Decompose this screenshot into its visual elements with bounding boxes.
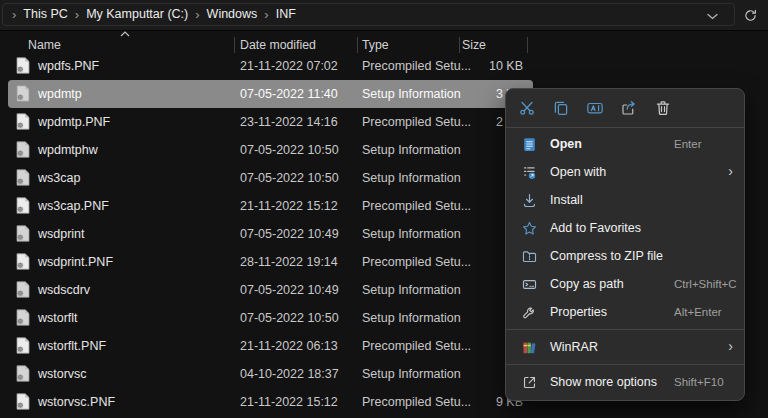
file-name: wstorvsc.PNF <box>38 388 115 416</box>
properties-wrench-icon <box>520 303 538 321</box>
file-size: 10 KB <box>489 52 523 80</box>
menu-item-label: Properties <box>550 298 607 326</box>
menu-item-install[interactable]: Install <box>506 186 744 214</box>
file-row[interactable]: wsdprint.PNF 28-11-2022 19:14 Precompile… <box>8 248 533 276</box>
winrar-books-icon <box>520 338 538 356</box>
file-row[interactable]: wsdprint 07-05-2022 10:49 Setup Informat… <box>8 220 533 248</box>
file-name: wstorflt.PNF <box>38 332 106 360</box>
menu-divider <box>506 329 744 330</box>
column-divider[interactable] <box>459 37 460 53</box>
copy-button[interactable] <box>544 93 578 123</box>
setup-file-icon <box>16 169 30 186</box>
breadcrumb-item[interactable]: INF <box>276 4 296 25</box>
column-divider[interactable] <box>234 37 235 53</box>
menu-item-label: Open with <box>550 158 606 186</box>
address-bar[interactable]: ›This PC›My Kamputtar (C:)›Windows›INF <box>2 3 735 26</box>
file-type: Setup Information <box>362 164 461 192</box>
menu-item-shortcut: Enter <box>674 130 702 158</box>
file-date-modified: 07-05-2022 10:50 <box>240 136 339 164</box>
menu-item-open-with[interactable]: Open with › <box>506 158 744 186</box>
menu-divider <box>506 364 744 365</box>
breadcrumb-item[interactable]: Windows <box>207 4 258 25</box>
breadcrumb-chevron-icon: › <box>195 4 199 25</box>
file-date-modified: 28-11-2022 19:14 <box>240 248 338 276</box>
column-header-date-modified[interactable]: Date modified <box>240 37 316 53</box>
column-header-type[interactable]: Type <box>362 37 389 53</box>
setup-file-icon <box>16 309 30 326</box>
file-name: ws3cap.PNF <box>38 192 109 220</box>
setup-file-icon <box>16 225 30 242</box>
menu-item-winrar[interactable]: WinRAR › <box>506 333 744 361</box>
menu-item-shortcut: Ctrl+Shift+C <box>674 270 737 298</box>
column-header-name[interactable]: Name <box>28 37 61 53</box>
context-menu: Open Enter Open with › Install <box>505 88 745 401</box>
menu-item-copy-as-path[interactable]: Copy as path Ctrl+Shift+C <box>506 270 744 298</box>
cut-button[interactable] <box>510 93 544 123</box>
file-name: wsdprint.PNF <box>38 248 113 276</box>
column-divider[interactable] <box>357 37 358 53</box>
file-row[interactable]: ws3cap 07-05-2022 10:50 Setup Informatio… <box>8 164 533 192</box>
setup-file-icon <box>16 113 30 130</box>
menu-item-add-to-favorites[interactable]: Add to Favorites <box>506 214 744 242</box>
file-name: wpdmtp <box>38 80 82 108</box>
file-type: Precompiled Setu... <box>362 108 471 136</box>
setup-file-icon <box>16 365 30 382</box>
file-name: ws3cap <box>38 164 80 192</box>
setup-file-icon <box>16 141 30 158</box>
file-row[interactable]: wpdmtp.PNF 23-11-2022 14:16 Precompiled … <box>8 108 533 136</box>
address-dropdown-button[interactable] <box>704 8 720 24</box>
file-type: Precompiled Setu... <box>362 192 471 220</box>
file-row[interactable]: wstorflt 07-05-2022 10:50 Setup Informat… <box>8 304 533 332</box>
install-download-icon <box>520 191 538 209</box>
file-row[interactable]: wsdscdrv 07-05-2022 10:49 Setup Informat… <box>8 276 533 304</box>
file-row[interactable]: wstorvsc 04-10-2022 18:37 Setup Informat… <box>8 360 533 388</box>
breadcrumb-chevron-icon: › <box>12 4 16 25</box>
file-type: Setup Information <box>362 220 461 248</box>
menu-item-shortcut: Shift+F10 <box>674 368 724 396</box>
file-name: wstorflt <box>38 304 78 332</box>
file-row[interactable]: ws3cap.PNF 21-11-2022 15:12 Precompiled … <box>8 192 533 220</box>
setup-file-icon <box>16 85 30 102</box>
submenu-chevron-icon: › <box>728 333 733 360</box>
file-name: wsdscdrv <box>38 276 90 304</box>
file-list: wpdfs.PNF 21-11-2022 07:02 Precompiled S… <box>0 52 535 416</box>
context-menu-items: Open Enter Open with › Install <box>506 128 744 396</box>
open-with-apps-icon <box>520 163 538 181</box>
file-row[interactable]: wstorvsc.PNF 21-11-2022 15:12 Precompile… <box>8 388 533 416</box>
rename-button[interactable] <box>578 93 612 123</box>
setup-file-icon <box>16 337 30 354</box>
file-date-modified: 21-11-2022 06:13 <box>240 332 338 360</box>
refresh-button[interactable] <box>741 6 759 24</box>
breadcrumb-chevron-icon: › <box>264 4 268 25</box>
menu-item-compress-to-zip[interactable]: Compress to ZIP file <box>506 242 744 270</box>
file-row[interactable]: wpdmtphw 07-05-2022 10:50 Setup Informat… <box>8 136 533 164</box>
file-date-modified: 21-11-2022 07:02 <box>240 52 338 80</box>
file-row[interactable]: wstorflt.PNF 21-11-2022 06:13 Precompile… <box>8 332 533 360</box>
setup-file-icon <box>16 393 30 410</box>
menu-item-open[interactable]: Open Enter <box>506 130 744 158</box>
file-row[interactable]: wpdmtp 07-05-2022 11:40 Setup Informatio… <box>8 80 533 108</box>
breadcrumb-item[interactable]: My Kamputtar (C:) <box>86 4 188 25</box>
submenu-chevron-icon: › <box>728 158 733 185</box>
file-type: Setup Information <box>362 80 461 108</box>
file-date-modified: 21-11-2022 15:12 <box>240 388 338 416</box>
delete-button[interactable] <box>646 93 680 123</box>
column-divider[interactable] <box>527 37 528 53</box>
trash-icon <box>654 99 672 117</box>
file-name: wstorvsc <box>38 360 87 388</box>
copy-path-box-icon <box>520 275 538 293</box>
column-header-size[interactable]: Size <box>462 37 486 53</box>
file-row[interactable]: wpdfs.PNF 21-11-2022 07:02 Precompiled S… <box>8 52 533 80</box>
setup-file-icon <box>16 57 30 74</box>
quick-actions-row <box>506 89 744 127</box>
copy-pages-icon <box>552 99 570 117</box>
open-document-icon <box>520 135 538 153</box>
breadcrumb-chevron-icon: › <box>75 4 79 25</box>
file-type: Setup Information <box>362 304 461 332</box>
sort-ascending-icon <box>120 31 130 37</box>
share-button[interactable] <box>612 93 646 123</box>
menu-item-show-more-options[interactable]: Show more options Shift+F10 <box>506 368 744 396</box>
file-type: Precompiled Setu... <box>362 52 471 80</box>
breadcrumb-item[interactable]: This PC <box>23 4 67 25</box>
menu-item-properties[interactable]: Properties Alt+Enter <box>506 298 744 326</box>
